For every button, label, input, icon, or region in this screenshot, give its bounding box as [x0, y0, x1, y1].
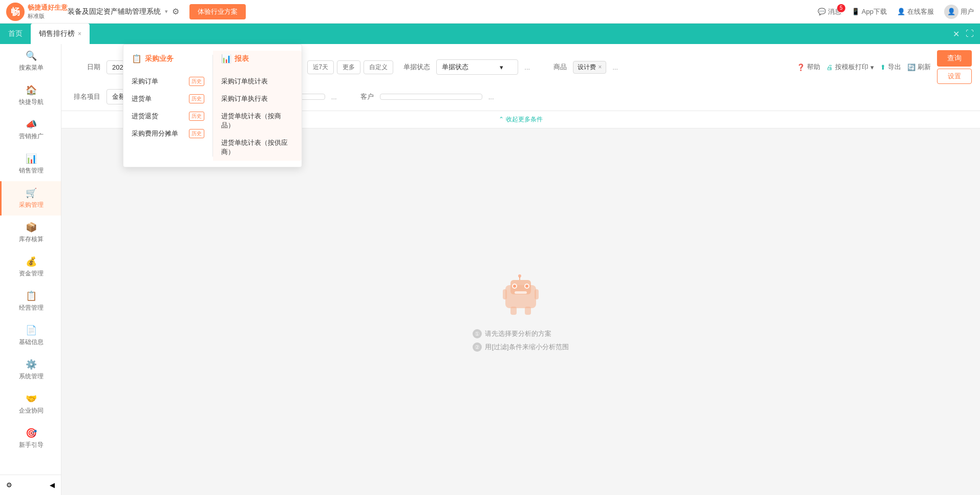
tab-sales-rank[interactable]: 销售排行榜 × [31, 24, 90, 44]
empty-text: ① 请先选择要分析的方案 ② 用[过滤]条件来缩小分析范围 [473, 327, 568, 354]
refresh-btn[interactable]: 🔄 刷新 [907, 62, 931, 72]
phone-icon: 📱 [851, 8, 860, 15]
tab-bar: 首页 销售排行榜 × ✕ ⛶ [0, 24, 980, 44]
export-btn[interactable]: ⬆ 导出 [880, 62, 901, 72]
customer-dots[interactable]: ... [488, 93, 494, 101]
message-badge: 5 [837, 4, 845, 12]
customer-label: 客户 [343, 92, 374, 101]
sidebar-item-system[interactable]: ⚙️ 系统管理 [0, 353, 61, 387]
top-bar: 畅 畅捷通好生意 标准版 装备及固定资产辅助管理系统 ▾ ⚙ 体验行业方案 💬 … [0, 0, 980, 24]
print-chevron-icon: ▾ [870, 63, 874, 71]
purchase-dropdown: 📋 采购业务 采购订单 历史 进货单 历史 进货退货 历史 采购费用分摊单 [123, 44, 302, 167]
window-close-icon[interactable]: ✕ [953, 29, 960, 39]
guide-icon: 🎯 [26, 427, 37, 439]
voucher-status-select[interactable]: 单据状态 ▾ [436, 59, 518, 75]
toolbar-right: ❓ 帮助 🖨 按模板打印 ▾ ⬆ 导出 🔄 刷新 [797, 50, 972, 84]
dropdown-report-title: 📊 报表 [221, 51, 294, 67]
purchase-icon: 🛒 [26, 187, 37, 199]
home-icon: 🏠 [26, 84, 37, 96]
empty-illustration [495, 270, 546, 321]
sidebar: 🔍 搜索菜单 🏠 快捷导航 📣 营销推广 📊 销售管理 🛒 采购管理 📦 库存核… [0, 44, 61, 495]
svg-rect-6 [515, 291, 527, 294]
date-custom-btn[interactable]: 自定义 [364, 60, 393, 74]
salesperson-dots[interactable]: ... [331, 93, 337, 101]
tab-close-icon[interactable]: × [78, 30, 81, 37]
sidebar-item-quick-nav[interactable]: 🏠 快捷导航 [0, 78, 61, 113]
basic-info-icon: 📄 [26, 325, 37, 336]
dropdown-report-order-exec[interactable]: 采购订单执行表 [221, 90, 294, 107]
window-expand-icon[interactable]: ⛶ [966, 29, 974, 38]
print-icon: 🖨 [826, 63, 833, 71]
rank-label: 排名项目 [70, 92, 100, 101]
chevron-down-icon[interactable]: ▾ [165, 8, 168, 15]
online-service-btn[interactable]: 👤 在线客服 [897, 7, 934, 16]
sidebar-item-purchase[interactable]: 🛒 采购管理 [0, 181, 61, 216]
empty-state: ① 请先选择要分析的方案 ② 用[过滤]条件来缩小分析范围 [61, 128, 980, 495]
query-btn[interactable]: 查询 [937, 50, 972, 67]
enterprise-icon: 🤝 [26, 393, 37, 404]
help-btn[interactable]: ❓ 帮助 [797, 62, 820, 72]
dropdown-report-col: 📊 报表 采购订单统计表 采购订单执行表 进货单统计表（按商品） 进货单统计表（… [213, 51, 302, 161]
industry-btn[interactable]: 体验行业方案 [189, 4, 246, 19]
sidebar-footer: ⚙ ◀ [0, 475, 61, 495]
hist-badge-3: 历史 [189, 129, 204, 138]
settings-btn[interactable]: 设置 [937, 69, 972, 84]
sidebar-item-sales[interactable]: 📊 销售管理 [0, 147, 61, 181]
top-right: 💬 消息 5 📱 App下载 👤 在线客服 👤 用户 [818, 5, 974, 19]
date-label: 日期 [70, 62, 100, 72]
customer-select[interactable] [380, 94, 482, 100]
hist-badge-0: 历史 [189, 77, 204, 86]
sidebar-item-inventory[interactable]: 📦 库存核算 [0, 216, 61, 250]
sales-icon: 📊 [26, 153, 37, 164]
dropdown-purchase-expense[interactable]: 采购费用分摊单 历史 [132, 125, 204, 142]
service-icon: 👤 [897, 8, 905, 15]
tab-home[interactable]: 首页 [0, 24, 31, 44]
dropdown-purchase-inbound[interactable]: 进货单 历史 [132, 90, 204, 107]
settings-icon[interactable]: ⚙ [172, 7, 179, 16]
dropdown-report-inbound-supplier[interactable]: 进货单统计表（按供应商） [221, 134, 294, 161]
sidebar-item-guide[interactable]: 🎯 新手引导 [0, 421, 61, 456]
report-col-icon: 📊 [221, 54, 231, 63]
voucher-dots[interactable]: ... [524, 63, 530, 71]
dropdown-purchase-order[interactable]: 采购订单 历史 [132, 73, 204, 90]
dropdown-purchase-col: 📋 采购业务 采购订单 历史 进货单 历史 进货退货 历史 采购费用分摊单 [123, 51, 212, 161]
inventory-icon: 📦 [26, 222, 37, 233]
dropdown-purchase-title: 📋 采购业务 [132, 51, 204, 67]
refresh-icon: 🔄 [907, 63, 915, 71]
svg-rect-10 [525, 307, 531, 315]
dropdown-report-inbound-goods[interactable]: 进货单统计表（按商品） [221, 107, 294, 134]
sidebar-settings-icon[interactable]: ⚙ [6, 481, 12, 489]
goods-tag-close[interactable]: × [598, 63, 602, 71]
operations-icon: 📋 [26, 290, 37, 302]
goods-dots[interactable]: ... [612, 63, 618, 71]
message-btn[interactable]: 💬 消息 5 [818, 7, 841, 16]
dropdown-report-order-stat[interactable]: 采购订单统计表 [221, 73, 294, 90]
message-icon: 💬 [818, 8, 826, 15]
dropdown-purchase-return[interactable]: 进货退货 历史 [132, 107, 204, 125]
purchase-col-icon: 📋 [132, 54, 142, 63]
goods-tag: 设计费 × [573, 61, 606, 74]
system-icon: ⚙️ [26, 359, 37, 370]
date-more-btn[interactable]: 更多 [337, 60, 360, 74]
sidebar-item-marketing[interactable]: 📣 营销推广 [0, 113, 61, 147]
date-7days-btn[interactable]: 近7天 [307, 60, 334, 74]
sidebar-item-operations[interactable]: 📋 经营管理 [0, 284, 61, 318]
app-download-btn[interactable]: 📱 App下载 [851, 7, 887, 16]
tab-window-controls: ✕ ⛶ [953, 29, 980, 39]
template-print-btn[interactable]: 🖨 按模板打印 ▾ [826, 62, 874, 72]
search-icon: 🔍 [26, 50, 37, 61]
user-btn[interactable]: 👤 用户 [944, 5, 974, 19]
hist-badge-1: 历史 [189, 94, 204, 103]
sidebar-item-search[interactable]: 🔍 搜索菜单 [0, 44, 61, 78]
system-name: 装备及固定资产辅助管理系统 ▾ ⚙ 体验行业方案 [68, 4, 818, 19]
sidebar-item-enterprise[interactable]: 🤝 企业协同 [0, 387, 61, 421]
sidebar-item-finance[interactable]: 💰 资金管理 [0, 250, 61, 284]
voucher-status-label: 单据状态 [399, 62, 430, 72]
export-icon: ⬆ [880, 63, 886, 71]
sidebar-collapse-icon[interactable]: ◀ [50, 481, 55, 489]
sidebar-item-basic-info[interactable]: 📄 基础信息 [0, 318, 61, 353]
marketing-icon: 📣 [26, 119, 37, 130]
svg-rect-8 [535, 289, 539, 299]
svg-point-5 [525, 285, 528, 288]
help-icon: ❓ [797, 63, 805, 71]
